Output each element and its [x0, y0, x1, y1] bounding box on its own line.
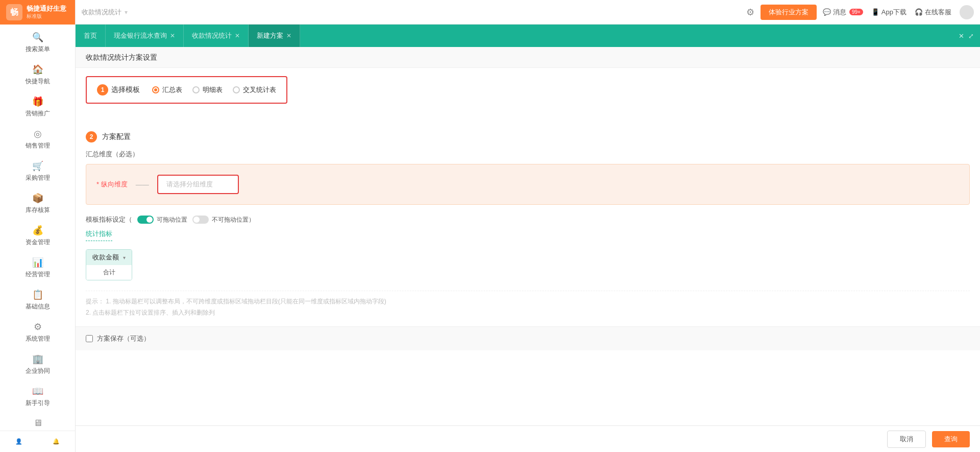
radio-detail-dot — [192, 86, 200, 93]
close-window-icon[interactable]: ✕ — [959, 32, 964, 40]
step2-header: 2 方案配置 — [86, 131, 970, 142]
step2-title: 方案配置 — [102, 132, 131, 141]
metric-card-header[interactable]: 收款金额 ▾ — [86, 250, 132, 265]
save-checkbox[interactable] — [86, 335, 93, 342]
query-button[interactable]: 查询 — [932, 431, 970, 447]
hint-text: 提示： 1. 拖动标题栏可以调整布局，不可跨维度或指标区域拖动栏目段(只能在同一… — [86, 291, 970, 318]
metric-card: 收款金额 ▾ 合计 — [86, 249, 132, 280]
close-icon[interactable]: ✕ — [235, 32, 240, 39]
metric-card-body: 合计 — [86, 265, 132, 280]
sidebar-item-hardware[interactable]: 🖥 智能硬件 — [0, 413, 75, 431]
service-icon: 🎧 — [915, 8, 923, 16]
radio-summary[interactable]: 汇总表 — [152, 85, 182, 94]
logo-icon: 畅 — [6, 4, 22, 20]
sidebar: 畅 畅捷通好生意 标准版 🔍 搜索菜单 🏠 快捷导航 🎁 营销推广 ◎ 销售管理… — [0, 0, 76, 452]
stat-indicator-label: 统计指标 — [86, 229, 112, 241]
chart-icon: 📊 — [32, 257, 43, 268]
box-icon: 📦 — [32, 193, 43, 204]
radio-cross[interactable]: 交叉统计表 — [233, 85, 276, 94]
step1-section: 1 选择模板 汇总表 明细表 — [76, 68, 980, 119]
maximize-icon[interactable]: ⤢ — [968, 32, 974, 40]
window-controls: ✕ ⤢ — [952, 25, 980, 47]
indicator-settings: 模板指标设定（ 可拖动位置 不可拖动位置） — [86, 215, 970, 318]
sidebar-bottom: 👤 🔔 — [0, 431, 75, 452]
money-icon: 💰 — [32, 225, 43, 236]
logo-text: 畅捷通好生意 标准版 — [27, 5, 66, 20]
sidebar-item-inventory[interactable]: 📦 库存核算 — [0, 187, 75, 220]
user-icon: 👤 — [15, 438, 22, 445]
row-dimension-label: * 纵向维度 — [96, 180, 128, 189]
step1-header: 1 选择模板 汇总表 明细表 — [86, 76, 970, 104]
gear-settings-icon[interactable]: ⚙ — [746, 7, 754, 18]
save-label: 方案保存（可选） — [97, 334, 150, 343]
save-section: 方案保存（可选） — [76, 326, 980, 350]
message-action[interactable]: 💬 消息 99+ — [823, 8, 863, 17]
tab-home[interactable]: 首页 — [76, 25, 106, 47]
sales-icon: ◎ — [34, 128, 42, 139]
gift-icon: 🎁 — [32, 96, 43, 107]
toggle-nondraggable-box — [192, 216, 209, 224]
book-icon: 📖 — [32, 386, 43, 397]
sidebar-item-search[interactable]: 🔍 搜索菜单 — [0, 27, 75, 59]
sidebar-item-marketing[interactable]: 🎁 营销推广 — [0, 91, 75, 123]
dimension-arrow: —— — [136, 181, 149, 188]
app-icon: 📱 — [871, 8, 879, 16]
breadcrumb-arrow: ▾ — [125, 9, 128, 16]
step2-section: 2 方案配置 汇总维度（必选） * 纵向维度 —— 请选择分组维度 模板指标设定… — [76, 123, 980, 326]
search-icon: 🔍 — [32, 32, 43, 43]
sidebar-logo: 畅 畅捷通好生意 标准版 — [0, 0, 75, 25]
sidebar-item-capital[interactable]: 💰 资金管理 — [0, 220, 75, 252]
toggle-draggable-box — [137, 216, 154, 224]
step1-title: 选择模板 — [111, 85, 140, 94]
radio-detail[interactable]: 明细表 — [192, 85, 223, 94]
header-actions: 💬 消息 99+ 📱 App下载 🎧 在线客服 — [823, 5, 974, 19]
content-inner: 收款情况统计方案设置 1 选择模板 汇总表 — [76, 47, 980, 425]
close-icon[interactable]: ✕ — [286, 32, 291, 39]
sidebar-item-guide[interactable]: 📖 新手引导 — [0, 380, 75, 413]
sidebar-item-operations[interactable]: 📊 经营管理 — [0, 252, 75, 284]
radio-cross-dot — [233, 86, 240, 93]
dimension-grid: * 纵向维度 —— 请选择分组维度 — [86, 164, 970, 205]
app-download-action[interactable]: 📱 App下载 — [871, 8, 906, 17]
footer: 取消 查询 — [76, 425, 980, 452]
close-icon[interactable]: ✕ — [170, 32, 175, 39]
dimension-select[interactable]: 请选择分组维度 — [157, 175, 239, 194]
cancel-button[interactable]: 取消 — [887, 431, 926, 448]
sidebar-item-system[interactable]: ⚙ 系统管理 — [0, 316, 75, 348]
sidebar-bottom-notify[interactable]: 🔔 — [38, 435, 76, 448]
toggle-knob2 — [193, 217, 200, 223]
radio-summary-dot — [152, 86, 159, 93]
bell-icon: 🔔 — [53, 438, 60, 445]
sidebar-item-quicknav[interactable]: 🏠 快捷导航 — [0, 59, 75, 91]
template-selection-box: 1 选择模板 汇总表 明细表 — [86, 76, 287, 104]
toggle-knob — [146, 217, 153, 223]
tab-newplan[interactable]: 新建方案 ✕ — [249, 25, 300, 47]
sidebar-bottom-user[interactable]: 👤 — [0, 435, 38, 448]
sidebar-item-purchase[interactable]: 🛒 采购管理 — [0, 155, 75, 187]
industry-button[interactable]: 体验行业方案 — [761, 5, 817, 20]
step1-badge: 1 — [97, 84, 108, 96]
avatar — [960, 5, 974, 19]
online-service-action[interactable]: 🎧 在线客服 — [915, 8, 951, 17]
tab-receipts[interactable]: 收款情况统计 ✕ — [184, 25, 249, 47]
toggle-nondraggable[interactable]: 不可拖动位置） — [192, 216, 255, 224]
step2-badge: 2 — [86, 131, 97, 142]
sidebar-item-basic[interactable]: 📋 基础信息 — [0, 284, 75, 316]
message-icon: 💬 — [823, 8, 831, 16]
sidebar-item-enterprise[interactable]: 🏢 企业协同 — [0, 348, 75, 380]
main-area: 收款情况统计 ▾ ⚙ 体验行业方案 💬 消息 99+ 📱 App下载 🎧 在线客… — [76, 0, 980, 452]
tab-cashflow[interactable]: 现金银行流水查询 ✕ — [106, 25, 184, 47]
breadcrumb: 收款情况统计 ▾ — [82, 8, 740, 17]
gear-icon: ⚙ — [34, 321, 42, 332]
toggle-draggable[interactable]: 可拖动位置 — [137, 216, 187, 224]
monitor-icon: 🖥 — [33, 418, 42, 429]
indicator-settings-label: 模板指标设定（ — [86, 215, 132, 224]
top-header: 收款情况统计 ▾ ⚙ 体验行业方案 💬 消息 99+ 📱 App下载 🎧 在线客… — [76, 0, 980, 25]
list-icon: 📋 — [32, 289, 43, 300]
dimension-title: 汇总维度（必选） — [86, 150, 970, 159]
template-radio-group: 汇总表 明细表 交叉统计表 — [152, 85, 276, 94]
sidebar-nav: 🔍 搜索菜单 🏠 快捷导航 🎁 营销推广 ◎ 销售管理 🛒 采购管理 📦 库存核… — [0, 25, 75, 431]
chevron-down-icon: ▾ — [123, 255, 126, 260]
page-title: 收款情况统计方案设置 — [76, 47, 980, 68]
sidebar-item-sales[interactable]: ◎ 销售管理 — [0, 123, 75, 155]
